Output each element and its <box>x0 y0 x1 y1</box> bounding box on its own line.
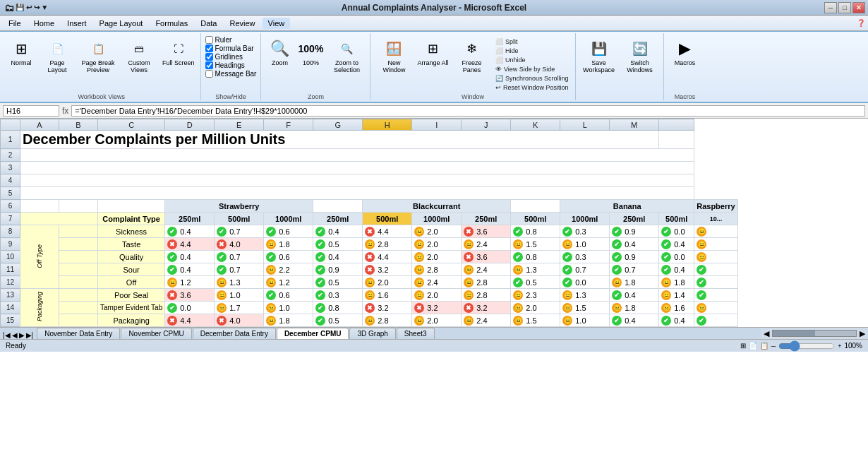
cell-d9[interactable]: ✖4.4 <box>165 238 215 251</box>
cell-h12[interactable]: 😐2.0 <box>363 276 412 289</box>
formula-input[interactable] <box>71 105 865 117</box>
menu-review[interactable]: Review <box>224 18 260 29</box>
cell-n10[interactable]: ✔0.0 <box>659 251 694 263</box>
cell-j8[interactable]: ✖3.6 <box>462 225 511 238</box>
cell-f11[interactable]: 😐2.2 <box>264 263 313 276</box>
page-layout-view-btn[interactable]: 📄 <box>749 342 757 350</box>
cell-f9[interactable]: 😐1.8 <box>264 238 313 251</box>
cell-m10[interactable]: ✔0.9 <box>610 251 659 263</box>
col-header-f[interactable]: F <box>264 119 313 131</box>
col-header-d[interactable]: D <box>165 119 215 131</box>
cell-d13[interactable]: ✖3.6 <box>165 289 215 302</box>
cell-o8[interactable]: 😐 <box>694 225 737 238</box>
col-header-g[interactable]: G <box>313 119 363 131</box>
col-header-e[interactable]: E <box>215 119 264 131</box>
cell-g14[interactable]: ✔0.8 <box>313 302 363 314</box>
cell-o14[interactable]: 😐 <box>694 302 737 314</box>
cell-k13[interactable]: 😐2.3 <box>511 289 560 302</box>
cell-i8[interactable]: 😐2.0 <box>412 225 462 238</box>
cell-m13[interactable]: ✔0.4 <box>610 289 659 302</box>
cell-l15[interactable]: 😐1.0 <box>560 314 610 327</box>
tab-last-btn[interactable]: ▶| <box>26 331 34 339</box>
tab-sheet3[interactable]: Sheet3 <box>397 328 435 339</box>
scroll-right-btn[interactable]: ▶ <box>860 329 865 338</box>
cell-h14[interactable]: ✖3.2 <box>363 302 412 314</box>
name-box[interactable] <box>3 105 59 117</box>
h-scrollbar-thumb[interactable] <box>773 331 815 336</box>
cell-j9[interactable]: 😐2.4 <box>462 238 511 251</box>
cell-d8[interactable]: ✔0.4 <box>165 225 215 238</box>
unhide-btn[interactable]: ⬜ Unhide <box>493 56 570 64</box>
cell-m12[interactable]: 😐1.8 <box>610 276 659 289</box>
cell-f13[interactable]: ✔0.6 <box>264 289 313 302</box>
cell-i15[interactable]: 😐2.0 <box>412 314 462 327</box>
zoom-selection-btn[interactable]: 🔍 Zoom to Selection <box>327 36 366 76</box>
cell-h9[interactable]: 😐2.8 <box>363 238 412 251</box>
cell-m15[interactable]: ✔0.4 <box>610 314 659 327</box>
cell-b14[interactable] <box>59 302 98 314</box>
close-btn[interactable]: ✕ <box>852 2 865 13</box>
zoom-percent[interactable]: 100% <box>844 342 862 350</box>
cell-g11[interactable]: ✔0.9 <box>313 263 363 276</box>
cell-k14[interactable]: 😐2.0 <box>511 302 560 314</box>
arrange-all-btn[interactable]: ⊞ Arrange All <box>416 36 450 69</box>
page-layout-btn[interactable]: 📄 Page Layout <box>38 36 76 76</box>
cell-l12[interactable]: ✔0.0 <box>560 276 610 289</box>
cell-g6[interactable] <box>313 200 363 213</box>
cell-e9[interactable]: ✖4.0 <box>215 238 264 251</box>
cell-i12[interactable]: 😐2.4 <box>412 276 462 289</box>
cell-o13[interactable]: ✔ <box>694 289 737 302</box>
headings-checkbox[interactable] <box>205 61 213 69</box>
cell-n14[interactable]: 😐1.6 <box>659 302 694 314</box>
col-header-j[interactable]: J <box>462 119 511 131</box>
zoom-minus-btn[interactable]: ─ <box>771 343 776 350</box>
cell-n9[interactable]: ✔0.4 <box>659 238 694 251</box>
tab-december-data-entry[interactable]: December Data Entry <box>193 328 276 339</box>
message-bar-checkbox[interactable] <box>205 70 213 78</box>
cell-k11[interactable]: 😐1.3 <box>511 263 560 276</box>
cell-m11[interactable]: ✔0.7 <box>610 263 659 276</box>
col-header-l[interactable]: L <box>560 119 610 131</box>
cell-e13[interactable]: 😐1.0 <box>215 289 264 302</box>
title-cell[interactable]: December Complaints per Million Units <box>20 131 659 149</box>
cell-k15[interactable]: 😐1.5 <box>511 314 560 327</box>
cell-b6[interactable] <box>59 200 98 213</box>
cell-row3[interactable] <box>20 162 694 174</box>
cell-f10[interactable]: ✔0.6 <box>264 251 313 263</box>
cell-j10[interactable]: ✖3.6 <box>462 251 511 263</box>
cell-l14[interactable]: 😐1.5 <box>560 302 610 314</box>
col-header-h[interactable]: H <box>363 119 412 131</box>
cell-j14[interactable]: ✖3.2 <box>462 302 511 314</box>
normal-view-btn[interactable]: ⊞ <box>740 342 746 350</box>
normal-btn[interactable]: ⊞ Normal <box>7 36 35 69</box>
cell-n13[interactable]: 😐1.4 <box>659 289 694 302</box>
zoom-btn[interactable]: 🔍 Zoom <box>265 36 294 69</box>
cell-l10[interactable]: ✔0.3 <box>560 251 610 263</box>
cell-b12[interactable] <box>59 276 98 289</box>
tab-december-cpmu[interactable]: December CPMU <box>277 328 349 339</box>
cell-b11[interactable] <box>59 263 98 276</box>
cell-e15[interactable]: ✖4.0 <box>215 314 264 327</box>
cell-o11[interactable]: ✔ <box>694 263 737 276</box>
cell-e11[interactable]: ✔0.7 <box>215 263 264 276</box>
tab-november-cpmu[interactable]: November CPMU <box>121 328 191 339</box>
cell-h10[interactable]: ✖4.4 <box>363 251 412 263</box>
cell-l8[interactable]: ✔0.3 <box>560 225 610 238</box>
cell-b13[interactable] <box>59 289 98 302</box>
cell-m9[interactable]: ✔0.4 <box>610 238 659 251</box>
view-side-by-side-btn[interactable]: 👁 View Side by Side <box>493 65 570 73</box>
cell-h13[interactable]: 😐1.6 <box>363 289 412 302</box>
cell-n11[interactable]: ✔0.4 <box>659 263 694 276</box>
cell-g12[interactable]: ✔0.5 <box>313 276 363 289</box>
zoom-100-btn[interactable]: 100% 100% <box>296 36 325 69</box>
cell-b15[interactable] <box>59 314 98 327</box>
switch-windows-btn[interactable]: 🔄 Switch Windows <box>621 36 659 76</box>
cell-n8[interactable]: ✔0.0 <box>659 225 694 238</box>
cell-b8[interactable] <box>59 225 98 238</box>
cell-i14[interactable]: ✖3.2 <box>412 302 462 314</box>
cell-j12[interactable]: 😐2.8 <box>462 276 511 289</box>
cell-b9[interactable] <box>59 238 98 251</box>
cell-a6[interactable] <box>20 200 59 213</box>
zoom-slider[interactable] <box>778 343 835 349</box>
tab-november-data-entry[interactable]: November Data Entry <box>37 328 120 339</box>
